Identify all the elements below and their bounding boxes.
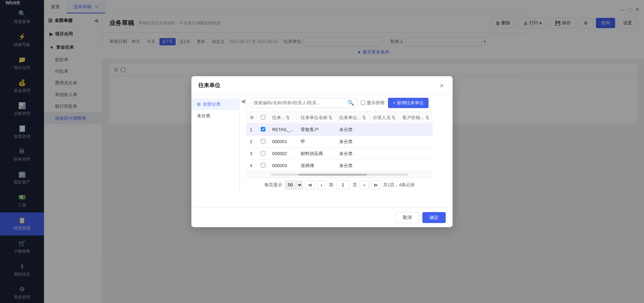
modal-close-button[interactable]: ✕	[437, 82, 446, 90]
col-price-level[interactable]: 客户价格... ⇅	[399, 112, 432, 124]
row-code: 000001	[269, 136, 297, 148]
row-manager	[369, 148, 399, 160]
row-checkbox[interactable]	[257, 124, 269, 136]
row-checkbox[interactable]	[257, 160, 269, 172]
add-btn-label: 新增往来单位	[397, 100, 424, 106]
modal-main: 🔍 显示停用 + 新增往来单位	[246, 94, 433, 192]
sort-icon: ⇅	[286, 115, 290, 120]
modal-header: 往来单位 ✕	[191, 76, 453, 94]
prev-page-btn[interactable]: ‹	[317, 180, 326, 189]
row-price-level	[399, 148, 432, 160]
search-icon: 🔍	[347, 100, 354, 106]
cat-item-uncategorized[interactable]: 未分类	[191, 110, 239, 122]
page-input[interactable]	[336, 180, 350, 189]
row-select-checkbox[interactable]	[261, 139, 265, 143]
col-name[interactable]: 往来单位名称 ⇅	[297, 112, 336, 124]
row-checkbox[interactable]	[257, 148, 269, 160]
row-no: 3	[246, 148, 257, 160]
cat-all-label: 全部分类	[203, 101, 221, 107]
cat-uncategorized-label: 未分类	[197, 113, 210, 119]
row-category: 未分类	[336, 160, 369, 172]
table-row[interactable]: 3 000002 材料供应商 未分类	[246, 148, 433, 160]
col-manager[interactable]: 分管人员 ⇅	[369, 112, 399, 124]
modal-body: ⊞ 全部分类 未分类 ◀ 🔍	[191, 94, 453, 208]
modal-overlay[interactable]: 往来单位 ✕ ⊞ 全部分类 未分类 ◀	[0, 0, 644, 303]
total-records: 共1页，4条记录	[383, 182, 415, 188]
next-page-btn[interactable]: ›	[360, 180, 369, 189]
search-input[interactable]	[254, 100, 346, 105]
row-no: 4	[246, 160, 257, 172]
page-label: 第	[329, 182, 333, 188]
row-manager	[369, 136, 399, 148]
cat-item-all[interactable]: ⊞ 全部分类	[191, 98, 239, 110]
col-settings: ⚙	[246, 112, 257, 124]
row-name: 张师傅	[297, 160, 336, 172]
page-suffix: 页	[353, 182, 357, 188]
first-page-btn[interactable]: ⊲	[306, 180, 314, 189]
row-select-checkbox[interactable]	[261, 163, 265, 167]
row-code: 000003	[269, 160, 297, 172]
modal-title: 往来单位	[198, 82, 220, 89]
grid-cat-icon: ⊞	[197, 102, 201, 107]
show-disabled-label: 显示停用	[367, 100, 385, 106]
row-category: 未分类	[336, 124, 369, 136]
row-select-checkbox[interactable]	[261, 127, 265, 131]
cancel-button[interactable]: 取消	[396, 212, 419, 223]
search-box: 🔍	[251, 98, 357, 108]
modal-counterparty: 往来单位 ✕ ⊞ 全部分类 未分类 ◀	[191, 76, 453, 227]
sort-icon-name: ⇅	[329, 115, 332, 120]
row-name: 甲	[297, 136, 336, 148]
category-sidebar: ⊞ 全部分类 未分类	[191, 94, 240, 192]
last-page-btn[interactable]: ⊳	[371, 180, 380, 189]
sort-icon-cat: ⇅	[362, 115, 366, 120]
select-all-modal-checkbox[interactable]	[261, 115, 265, 119]
row-price-level	[399, 136, 432, 148]
show-disabled-checkbox-label[interactable]: 显示停用	[361, 100, 385, 106]
row-code: RETAIL_...	[269, 124, 297, 136]
row-name: 零散客户	[297, 124, 336, 136]
category-collapse-btn[interactable]: ◀	[240, 94, 246, 108]
col-checkbox	[257, 112, 269, 124]
row-manager	[369, 124, 399, 136]
row-category: 未分类	[336, 136, 369, 148]
sort-icon-price: ⇅	[425, 115, 429, 120]
row-price-level	[399, 124, 432, 136]
row-category: 未分类	[336, 148, 369, 160]
add-counterparty-button[interactable]: + 新增往来单位	[388, 98, 429, 108]
per-page-select[interactable]: 50 20 100	[285, 180, 303, 189]
row-select-checkbox[interactable]	[261, 151, 265, 155]
modal-footer: 取消 确定	[191, 208, 453, 227]
row-code: 000002	[269, 148, 297, 160]
modal-data-table: ⚙ 往来... ⇅ 往来单位名称 ⇅ 往来单位... ⇅ 分管人员 ⇅ 客户价格…	[246, 112, 433, 172]
plus-icon: +	[393, 100, 396, 105]
per-page-label: 每页显示	[264, 182, 282, 188]
show-disabled-checkbox[interactable]	[361, 101, 365, 105]
row-checkbox[interactable]	[257, 136, 269, 148]
row-name: 材料供应商	[297, 148, 336, 160]
table-row[interactable]: 2 000001 甲 未分类	[246, 136, 433, 148]
modal-table-scroll[interactable]: ⚙ 往来... ⇅ 往来单位名称 ⇅ 往来单位... ⇅ 分管人员 ⇅ 客户价格…	[246, 112, 433, 172]
row-manager	[369, 160, 399, 172]
col-category[interactable]: 往来单位... ⇅	[336, 112, 369, 124]
row-price-level	[399, 160, 432, 172]
modal-toolbar: 🔍 显示停用 + 新增往来单位	[246, 94, 433, 112]
table-row[interactable]: 4 000003 张师傅 未分类	[246, 160, 433, 172]
modal-pagination: 每页显示 50 20 100 ⊲ ‹ 第 页 › ⊳ 共1页，4条记录	[246, 177, 433, 192]
table-row[interactable]: 1 RETAIL_... 零散客户 未分类	[246, 124, 433, 136]
col-code[interactable]: 往来... ⇅	[269, 112, 297, 124]
confirm-button[interactable]: 确定	[422, 212, 446, 223]
row-no: 2	[246, 136, 257, 148]
row-no: 1	[246, 124, 257, 136]
sort-icon-mgr: ⇅	[392, 115, 396, 120]
